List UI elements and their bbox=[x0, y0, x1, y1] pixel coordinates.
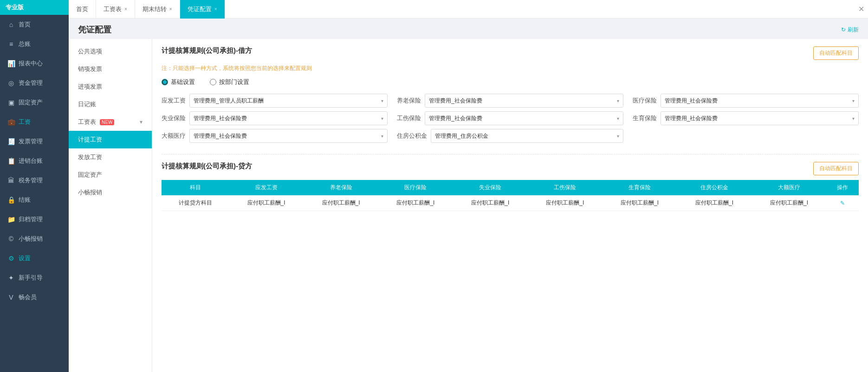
form-item-empty bbox=[633, 129, 859, 143]
sidebar-item-label: 总账 bbox=[19, 40, 31, 48]
th-unemployment: 失业保险 bbox=[453, 180, 528, 195]
tab-period-closing-close[interactable]: × bbox=[169, 6, 172, 12]
page-title: 凭证配置 bbox=[78, 24, 111, 35]
medical-select[interactable]: 管理费用_社会保险费 ▾ bbox=[661, 94, 859, 108]
assets-icon: ▣ bbox=[7, 99, 15, 106]
sidebar-item-label: 首页 bbox=[19, 20, 31, 29]
salary-label: 应发工资 bbox=[162, 96, 186, 105]
menu-item-payroll-payment[interactable]: 发放工资 bbox=[69, 148, 152, 166]
row-subject: 计提贷方科目 bbox=[162, 195, 229, 211]
menu-item-label: 日记账 bbox=[78, 100, 96, 109]
chevron-down-icon: ▾ bbox=[852, 98, 855, 103]
sidebar-item-payroll[interactable]: 💼 工资 bbox=[0, 112, 69, 132]
injury-select[interactable]: 管理费用_社会保险费 ▾ bbox=[425, 111, 623, 125]
payroll-icon: 💼 bbox=[7, 118, 15, 126]
sidebar-item-closing[interactable]: 🔒 结账 bbox=[0, 190, 69, 210]
radio-by-dept-input[interactable] bbox=[210, 79, 216, 85]
row-action[interactable]: ✎ bbox=[827, 195, 859, 211]
medical-label: 医疗保险 bbox=[633, 96, 657, 105]
pension-select[interactable]: 管理费用_社会保险费 ▾ bbox=[425, 94, 623, 108]
menu-item-expense[interactable]: 小畅报销 bbox=[69, 184, 152, 201]
form-item-maternity: 生育保险 管理费用_社会保险费 ▾ bbox=[633, 111, 859, 125]
menu-item-public-options[interactable]: 公共选项 bbox=[69, 43, 152, 60]
menu-item-label: 计提工资 bbox=[78, 135, 102, 144]
housing-fund-select-value: 管理费用_住房公积金 bbox=[435, 132, 616, 140]
sidebar: 专业版 ⌂ 首页 ≡ 总账 📊 报表中心 ◎ 资金管理 ▣ 固定资产 💼 工资 … bbox=[0, 0, 69, 372]
major-medical-label: 大额医疗 bbox=[162, 132, 186, 140]
menu-item-label: 销项发票 bbox=[78, 65, 102, 73]
menu-item-sales-invoice[interactable]: 销项发票 bbox=[69, 60, 152, 78]
sidebar-item-purchase-sales[interactable]: 📋 进销台账 bbox=[0, 151, 69, 171]
auto-match-credit-button[interactable]: 自动匹配科目 bbox=[813, 162, 859, 175]
unemployment-select-value: 管理费用_社会保险费 bbox=[194, 115, 381, 122]
row-salary: 应付职工薪酬_I bbox=[229, 195, 304, 211]
sidebar-item-fixed-assets[interactable]: ▣ 固定资产 bbox=[0, 93, 69, 112]
tabs-bar: 首页 工资表 × 期末结转 × 凭证配置 × ✕ bbox=[69, 0, 868, 19]
tab-payroll-table[interactable]: 工资表 × bbox=[96, 0, 135, 19]
sidebar-item-label: 进销台账 bbox=[19, 157, 43, 165]
sidebar-item-label: 税务管理 bbox=[19, 176, 43, 185]
xiaochang-icon: © bbox=[7, 235, 15, 243]
sidebar-item-xiaochang[interactable]: © 小畅报销 bbox=[0, 229, 69, 249]
tax-icon: 🏛 bbox=[7, 177, 15, 184]
tab-voucher-config-label: 凭证配置 bbox=[188, 5, 212, 13]
menu-item-label: 固定资产 bbox=[78, 171, 102, 179]
form-row-3: 大额医疗 管理费用_社会保险费 ▾ 住房公积金 管理费用_住房公积金 ▾ bbox=[162, 129, 859, 143]
sidebar-item-invoice[interactable]: 🧾 发票管理 bbox=[0, 132, 69, 151]
menu-item-purchase-invoice[interactable]: 进项发票 bbox=[69, 78, 152, 96]
radio-by-dept[interactable]: 按部门设置 bbox=[210, 78, 249, 86]
radio-basic[interactable]: 基础设置 bbox=[162, 78, 195, 86]
archive-icon: 📁 bbox=[7, 216, 15, 223]
tab-voucher-config-close[interactable]: × bbox=[214, 6, 217, 12]
tab-period-closing[interactable]: 期末结转 × bbox=[135, 0, 180, 19]
th-salary: 应发工资 bbox=[229, 180, 304, 195]
refresh-button[interactable]: ↻ 刷新 bbox=[841, 26, 859, 34]
invoice-icon: 🧾 bbox=[7, 138, 15, 145]
sidebar-item-settings[interactable]: ⚙ 设置 bbox=[0, 249, 69, 268]
sidebar-item-fund-management[interactable]: ◎ 资金管理 bbox=[0, 73, 69, 93]
guide-icon: ✦ bbox=[7, 274, 15, 282]
sidebar-item-report-center[interactable]: 📊 报表中心 bbox=[0, 54, 69, 73]
tab-home[interactable]: 首页 bbox=[69, 0, 96, 19]
refresh-label: 刷新 bbox=[848, 26, 859, 34]
th-housing-fund: 住房公积金 bbox=[677, 180, 752, 195]
sidebar-item-home[interactable]: ⌂ 首页 bbox=[0, 15, 69, 34]
menu-item-journal[interactable]: 日记账 bbox=[69, 96, 152, 113]
report-icon: 📊 bbox=[7, 60, 15, 67]
th-major-medical: 大额医疗 bbox=[752, 180, 827, 195]
window-close-button[interactable]: ✕ bbox=[858, 5, 864, 13]
menu-item-payroll-accrual[interactable]: 计提工资 bbox=[69, 131, 152, 148]
section-credit: 计提核算规则(公司承担)-贷方 自动匹配科目 科目 应发工资 养老保险 医疗保险… bbox=[162, 162, 859, 211]
sidebar-item-label: 报表中心 bbox=[19, 59, 43, 68]
sidebar-item-tax[interactable]: 🏛 税务管理 bbox=[0, 171, 69, 190]
edit-icon[interactable]: ✎ bbox=[840, 200, 845, 206]
sidebar-item-label: 小畅报销 bbox=[19, 235, 43, 243]
tab-voucher-config[interactable]: 凭证配置 × bbox=[180, 0, 225, 19]
form-item-salary: 应发工资 管理费用_管理人员职工薪酬 ▾ bbox=[162, 94, 388, 108]
chevron-down-icon: ▾ bbox=[617, 116, 619, 121]
section1-title: 计提核算规则(公司承担)-借方 bbox=[162, 46, 252, 55]
unemployment-select[interactable]: 管理费用_社会保险费 ▾ bbox=[189, 111, 388, 125]
sidebar-item-guide[interactable]: ✦ 新手引导 bbox=[0, 268, 69, 288]
maternity-select[interactable]: 管理费用_社会保险费 ▾ bbox=[661, 111, 859, 125]
tab-payroll-table-close[interactable]: × bbox=[124, 6, 127, 12]
sidebar-item-member[interactable]: V 畅会员 bbox=[0, 288, 69, 307]
sidebar-item-label: 畅会员 bbox=[19, 293, 37, 301]
row-medical: 应付职工薪酬_I bbox=[378, 195, 453, 211]
housing-fund-select[interactable]: 管理费用_住房公积金 ▾ bbox=[431, 129, 623, 143]
maternity-select-value: 管理费用_社会保险费 bbox=[665, 115, 852, 122]
chevron-down-icon: ▾ bbox=[381, 116, 383, 121]
menu-item-payroll-table[interactable]: 工资表 NEW ▾ bbox=[69, 113, 152, 131]
chevron-down-icon: ▾ bbox=[617, 134, 619, 139]
injury-label: 工伤保险 bbox=[397, 114, 421, 122]
major-medical-select[interactable]: 管理费用_社会保险费 ▾ bbox=[189, 129, 388, 143]
row-housing-fund: 应付职工薪酬_I bbox=[677, 195, 752, 211]
menu-item-label: 发放工资 bbox=[78, 153, 102, 161]
salary-select[interactable]: 管理费用_管理人员职工薪酬 ▾ bbox=[189, 94, 388, 108]
radio-basic-input[interactable] bbox=[162, 79, 168, 85]
sidebar-item-archive[interactable]: 📁 归档管理 bbox=[0, 210, 69, 229]
sidebar-item-general-ledger[interactable]: ≡ 总账 bbox=[0, 34, 69, 54]
menu-item-fixed-assets[interactable]: 固定资产 bbox=[69, 166, 152, 184]
auto-match-debit-button[interactable]: 自动匹配科目 bbox=[813, 46, 859, 60]
chevron-down-icon: ▾ bbox=[381, 98, 383, 103]
